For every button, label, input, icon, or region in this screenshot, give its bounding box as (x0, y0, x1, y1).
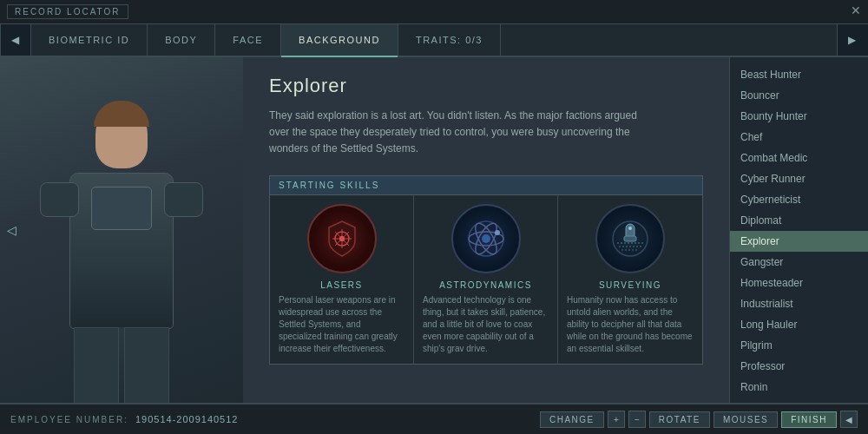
nav-tabs: ◀ BIOMETRIC ID BODY FACE BACKGROUND TRAI… (0, 24, 868, 57)
bottom-bar: EMPLOYEE NUMBER: 190514-2009140512 CHANG… (0, 403, 868, 434)
char-armor-detail (91, 187, 152, 230)
sidebar-item-bouncer[interactable]: Bouncer (730, 85, 868, 106)
finish-button[interactable]: FINISH (781, 411, 837, 428)
nav-prev-button[interactable]: ◀ (0, 24, 31, 56)
svg-point-10 (482, 234, 490, 243)
lasers-icon (307, 204, 377, 273)
portrait-area: ◁ (0, 57, 243, 403)
sidebar-item-bounty-hunter[interactable]: Bounty Hunter (730, 106, 868, 127)
lasers-name: LASERS (320, 280, 362, 290)
nav-next-button[interactable]: ▶ (837, 24, 868, 56)
bottom-right-controls: CHANGE + − ROTATE MOUSES FINISH ◀ (540, 411, 858, 428)
astrodynamics-name: ASTRODYNAMICS (439, 280, 532, 290)
record-locator-label: RECORD LOCATOR (7, 4, 128, 19)
close-icon[interactable]: ✕ (851, 3, 861, 17)
sidebar-item-cyber-runner[interactable]: Cyber Runner (730, 168, 868, 189)
tab-biometric[interactable]: BIOMETRIC ID (31, 24, 148, 56)
sidebar-item-homesteader[interactable]: Homesteader (730, 273, 868, 293)
char-head (95, 108, 148, 168)
char-leg-left (74, 327, 119, 403)
astrodynamics-icon (451, 204, 521, 273)
main-content: ◁ Explorer They said exploration is a lo… (0, 57, 868, 403)
char-shoulder-right (164, 182, 203, 217)
skill-surveying[interactable]: SURVEYING Humanity now has access to unt… (558, 195, 702, 364)
surveying-name: SURVEYING (599, 280, 661, 290)
rotate-button[interactable]: ROTATE (649, 411, 710, 428)
svg-rect-14 (624, 236, 636, 241)
sidebar-item-combat-medic[interactable]: Combat Medic (730, 148, 868, 168)
sidebar-item-gangster[interactable]: Gangster (730, 252, 868, 273)
tab-traits[interactable]: TRAITS: 0/3 (398, 24, 501, 56)
tab-body[interactable]: BODY (148, 24, 215, 56)
char-leg-right (124, 327, 169, 403)
sidebar-item-long-hauler[interactable]: Long Hauler (730, 314, 868, 335)
char-legs (74, 327, 169, 403)
character-figure (35, 90, 208, 403)
surveying-icon (595, 204, 665, 273)
tab-background[interactable]: BACKGROUND (281, 24, 398, 56)
description-area: Explorer They said exploration is a lost… (243, 57, 729, 403)
skills-grid: LASERS Personal laser weapons are in wid… (270, 195, 702, 364)
cursor-indicator: ◁ (7, 223, 16, 237)
sidebar-item-chef[interactable]: Chef (730, 127, 868, 148)
char-hair (94, 101, 149, 127)
astrodynamics-description: Advanced technology is one thing, but it… (423, 294, 549, 355)
change-prev-button[interactable]: + (608, 411, 625, 428)
sidebar-item-pilgrim[interactable]: Pilgrim (730, 335, 868, 356)
lasers-description: Personal laser weapons are in widespread… (279, 294, 404, 355)
employee-label: EMPLOYEE NUMBER: (10, 415, 128, 424)
sidebar-item-beast-hunter[interactable]: Beast Hunter (730, 64, 868, 85)
skill-lasers[interactable]: LASERS Personal laser weapons are in wid… (270, 195, 414, 364)
finish-icon[interactable]: ◀ (840, 411, 858, 428)
skills-header: STARTING SKILLS (270, 176, 702, 195)
background-title: Explorer (269, 75, 703, 97)
char-body (69, 173, 174, 329)
svg-point-11 (495, 230, 500, 235)
tab-face[interactable]: FACE (215, 24, 281, 56)
sidebar-item-industrialist[interactable]: Industrialist (730, 293, 868, 314)
skill-astrodynamics[interactable]: ASTRODYNAMICS Advanced technology is one… (414, 195, 558, 364)
sidebar-item-diplomat[interactable]: Diplomat (730, 210, 868, 231)
sidebar-item-explorer[interactable]: Explorer (730, 231, 868, 252)
sidebar-item-ronin[interactable]: Ronin (730, 377, 868, 398)
sidebar-item-cyberneticist[interactable]: Cyberneticist (730, 189, 868, 210)
change-next-button[interactable]: − (628, 411, 646, 428)
change-button[interactable]: CHANGE (540, 411, 604, 428)
top-bar: RECORD LOCATOR ✕ (0, 0, 868, 24)
skills-section: STARTING SKILLS (269, 175, 703, 365)
mouses-button[interactable]: MOUSES (713, 411, 778, 428)
background-list-sidebar: Beast Hunter Bouncer Bounty Hunter Chef … (729, 57, 868, 403)
background-description: They said exploration is a lost art. You… (269, 108, 651, 158)
sidebar-item-professor[interactable]: Professor (730, 356, 868, 377)
surveying-description: Humanity now has access to untold alien … (567, 294, 694, 355)
svg-point-18 (628, 227, 632, 230)
employee-number: 190514-2009140512 (135, 414, 239, 424)
char-shoulder-left (40, 182, 79, 217)
